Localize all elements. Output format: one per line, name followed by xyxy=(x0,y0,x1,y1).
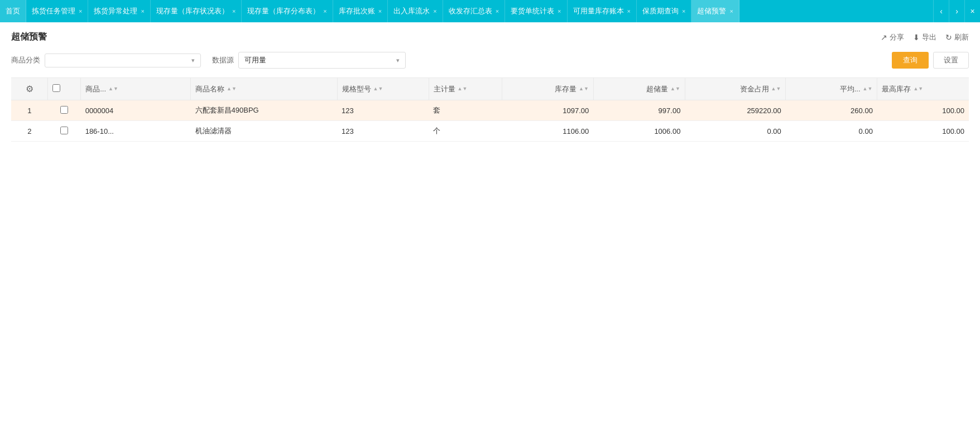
row-checkbox-0[interactable] xyxy=(60,106,68,114)
cell-capital-1: 0.00 xyxy=(685,121,785,142)
nav-label-7: 收发存汇总表 xyxy=(449,6,492,16)
nav-label-6: 出入库流水 xyxy=(393,6,430,16)
nav-arrow-left[interactable]: ‹ xyxy=(933,0,949,22)
th-over: 超储量 ▲▼ xyxy=(593,78,685,100)
nav-home-label: 首页 xyxy=(6,6,20,16)
nav-arrow-right[interactable]: › xyxy=(949,0,964,22)
nav-close-5[interactable]: × xyxy=(378,8,382,14)
nav-item-9[interactable]: 可用量库存账本 × xyxy=(568,0,637,22)
nav-item-1[interactable]: 拣货任务管理 × xyxy=(26,0,88,22)
datasource-select[interactable]: 可用量 ▾ xyxy=(238,52,406,69)
nav-close-4[interactable]: × xyxy=(323,8,326,14)
cell-stock-1: 1106.00 xyxy=(502,121,593,142)
nav-item-8[interactable]: 要货单统计表 × xyxy=(505,0,567,22)
refresh-label: 刷新 xyxy=(954,32,969,42)
page-title: 超储预警 xyxy=(11,31,47,43)
refresh-button[interactable]: ↻ 刷新 xyxy=(945,32,969,42)
export-button[interactable]: ⬇ 导出 xyxy=(913,32,936,42)
th-capital-label: 资金占用 xyxy=(740,84,769,94)
column-settings-icon[interactable]: ⚙ xyxy=(16,84,43,94)
category-select[interactable]: ▾ xyxy=(45,54,201,67)
th-capital: 资金占用 ▲▼ xyxy=(685,78,785,100)
nav-label-2: 拣货异常处理 xyxy=(94,6,137,16)
page-content: 超储预警 ↗ 分享 ⬇ 导出 ↻ 刷新 商品分类 ▾ 数据源 xyxy=(0,22,980,151)
th-stock-sort[interactable]: ▲▼ xyxy=(579,86,589,91)
th-avg: 平均... ▲▼ xyxy=(786,78,877,100)
table-row: 1 0000004 六配套新昌490BPG 123 套 1097.00 997.… xyxy=(11,100,969,121)
nav-item-11[interactable]: 超储预警 × xyxy=(691,0,739,22)
refresh-icon: ↻ xyxy=(945,33,952,42)
share-icon: ↗ xyxy=(881,33,887,42)
nav-item-5[interactable]: 库存批次账 × xyxy=(333,0,388,22)
th-code-label: 商品... xyxy=(85,84,106,94)
table-row: 2 186-10... 机油滤清器 123 个 1106.00 1006.00 … xyxy=(11,121,969,142)
nav-label-8: 要货单统计表 xyxy=(511,6,554,16)
export-icon: ⬇ xyxy=(913,33,920,42)
th-avg-sort[interactable]: ▲▼ xyxy=(863,86,873,91)
th-code-sort[interactable]: ▲▼ xyxy=(108,86,118,91)
datasource-filter-label: 数据源 xyxy=(212,55,234,65)
nav-item-10[interactable]: 保质期查询 × xyxy=(637,0,691,22)
th-spec-sort[interactable]: ▲▼ xyxy=(373,86,383,91)
cell-over-1: 1006.00 xyxy=(593,121,685,142)
cell-code-1: 186-10... xyxy=(81,121,191,142)
share-button[interactable]: ↗ 分享 xyxy=(881,32,904,42)
nav-label-9: 可用量库存账本 xyxy=(573,6,624,16)
th-over-sort[interactable]: ▲▼ xyxy=(670,86,680,91)
th-unit-sort[interactable]: ▲▼ xyxy=(458,86,468,91)
th-spec-label: 规格型号 xyxy=(342,84,371,94)
nav-close-1[interactable]: × xyxy=(79,8,82,14)
th-unit: 主计量 ▲▼ xyxy=(429,78,502,100)
nav-close-7[interactable]: × xyxy=(496,8,499,14)
cell-capital-0: 259220.00 xyxy=(685,100,785,121)
cell-checkbox-1 xyxy=(48,121,81,142)
cell-maxstock-0: 100.00 xyxy=(877,100,969,121)
th-over-label: 超储量 xyxy=(646,84,668,94)
nav-item-home[interactable]: 首页 xyxy=(0,0,26,22)
cell-unit-0: 套 xyxy=(429,100,502,121)
datasource-filter-group: 数据源 可用量 ▾ xyxy=(212,52,406,69)
datasource-select-value: 可用量 xyxy=(244,55,396,65)
nav-close-3[interactable]: × xyxy=(232,8,236,14)
nav-label-5: 库存批次账 xyxy=(339,6,375,16)
cell-avg-1: 0.00 xyxy=(786,121,877,142)
nav-item-3[interactable]: 现存量（库存状况表） × xyxy=(151,0,242,22)
nav-bar: 首页 拣货任务管理 × 拣货异常处理 × 现存量（库存状况表） × 现存量（库存… xyxy=(0,0,980,22)
nav-close-2[interactable]: × xyxy=(141,8,144,14)
nav-close-11[interactable]: × xyxy=(729,8,733,14)
th-spec: 规格型号 ▲▼ xyxy=(337,78,429,100)
nav-arrow-more[interactable]: × xyxy=(964,0,980,22)
nav-close-9[interactable]: × xyxy=(627,8,631,14)
nav-close-6[interactable]: × xyxy=(433,8,436,14)
header-actions: ↗ 分享 ⬇ 导出 ↻ 刷新 xyxy=(881,32,969,42)
nav-item-4[interactable]: 现存量（库存分布表） × xyxy=(242,0,333,22)
th-name-sort[interactable]: ▲▼ xyxy=(227,86,237,91)
settings-button[interactable]: 设置 xyxy=(933,52,969,69)
row-checkbox-1[interactable] xyxy=(60,127,68,134)
category-filter-group: 商品分类 ▾ xyxy=(11,54,201,67)
nav-close-10[interactable]: × xyxy=(682,8,685,14)
select-all-checkbox[interactable] xyxy=(52,84,60,92)
th-settings: ⚙ xyxy=(11,78,48,100)
th-capital-sort[interactable]: ▲▼ xyxy=(771,86,781,91)
table-header-row: ⚙ 商品... ▲▼ 商品名称 ▲▼ xyxy=(11,78,969,100)
th-avg-label: 平均... xyxy=(840,84,861,94)
th-stock-label: 库存量 xyxy=(555,84,577,94)
nav-label-4: 现存量（库存分布表） xyxy=(247,6,320,16)
nav-item-7[interactable]: 收发存汇总表 × xyxy=(443,0,505,22)
filter-bar: 商品分类 ▾ 数据源 可用量 ▾ 查询 设置 xyxy=(11,52,969,69)
table-body: 1 0000004 六配套新昌490BPG 123 套 1097.00 997.… xyxy=(11,100,969,142)
category-filter-label: 商品分类 xyxy=(11,55,40,65)
nav-item-2[interactable]: 拣货异常处理 × xyxy=(88,0,150,22)
th-stock: 库存量 ▲▼ xyxy=(502,78,593,100)
cell-name-1: 机油滤清器 xyxy=(191,121,337,142)
query-button[interactable]: 查询 xyxy=(892,52,929,69)
filter-buttons: 查询 设置 xyxy=(892,52,969,69)
cell-index-1: 2 xyxy=(11,121,48,142)
cell-spec-1: 123 xyxy=(337,121,429,142)
nav-label-1: 拣货任务管理 xyxy=(32,6,75,16)
nav-item-6[interactable]: 出入库流水 × xyxy=(388,0,443,22)
th-maxstock-sort[interactable]: ▲▼ xyxy=(913,86,923,91)
nav-close-8[interactable]: × xyxy=(558,8,561,14)
data-table: ⚙ 商品... ▲▼ 商品名称 ▲▼ xyxy=(11,77,969,142)
